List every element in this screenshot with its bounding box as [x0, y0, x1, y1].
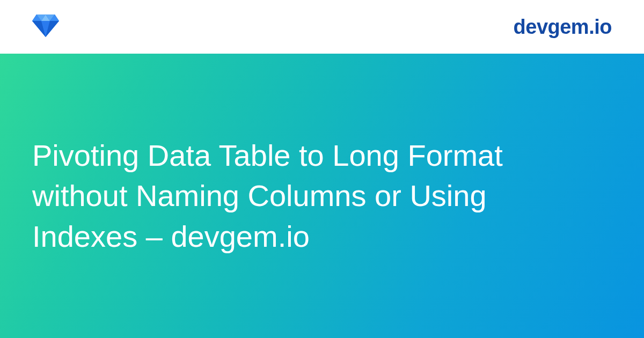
logo: [32, 14, 59, 39]
header: devgem.io: [0, 0, 644, 54]
brand-name: devgem.io: [514, 16, 612, 39]
page-title: Pivoting Data Table to Long Format witho…: [32, 135, 569, 257]
hero: Pivoting Data Table to Long Format witho…: [0, 54, 644, 338]
gem-icon: [32, 14, 59, 39]
